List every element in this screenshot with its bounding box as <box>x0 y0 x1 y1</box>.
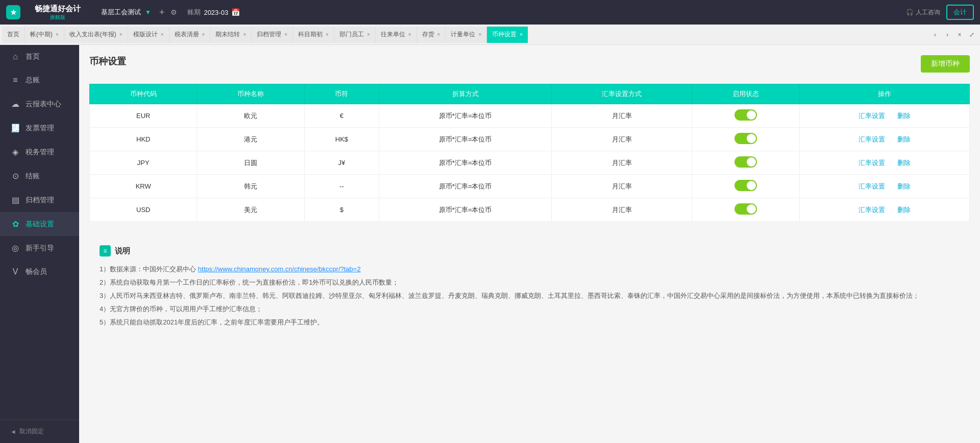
sidebar-item-home[interactable]: ⌂ 首页 <box>0 45 79 68</box>
sidebar-item-label: 畅会员 <box>26 267 47 276</box>
sidebar-item-label: 归档管理 <box>26 196 54 205</box>
sidebar-item-checkout[interactable]: ⊙ 结账 <box>0 164 79 188</box>
tab-close-icon[interactable]: × <box>520 32 523 37</box>
cell-actions: 汇率设置 删除 <box>799 104 969 128</box>
toggle-switch[interactable] <box>734 133 757 144</box>
rate-setting-link[interactable]: 汇率设置 <box>859 159 885 167</box>
tab-label: 税表清册 <box>175 30 199 39</box>
tab-income[interactable]: 收入支出表(年报) × <box>64 27 128 43</box>
settings-gear-icon: ✿ <box>10 219 20 229</box>
cell-code: KRW <box>90 175 197 198</box>
sidebar-item-report[interactable]: ☁ 云报表中心 <box>0 92 79 116</box>
help-label: 人工咨询 <box>916 8 940 17</box>
rate-setting-link[interactable]: 汇率设置 <box>859 135 885 143</box>
tab-zhangqimid[interactable]: 帐(中期) × <box>25 27 64 43</box>
sidebar-item-settings[interactable]: ✿ 基础设置 <box>0 212 79 236</box>
tab-close-icon[interactable]: × <box>284 32 287 37</box>
sidebar-item-label: 基础设置 <box>26 220 54 229</box>
tab-close-icon[interactable]: × <box>243 32 246 37</box>
checkout-icon: ⊙ <box>10 171 20 181</box>
invoice-icon: 🧾 <box>10 123 20 133</box>
delete-link[interactable]: 删除 <box>897 182 911 190</box>
tab-expand-btn[interactable]: ⤢ <box>966 27 978 43</box>
delete-link[interactable]: 删除 <box>897 206 911 214</box>
top-right-area: 🎧 人工咨询 会计 <box>906 5 974 20</box>
tab-label: 归档管理 <box>257 30 281 39</box>
delete-link[interactable]: 删除 <box>897 159 911 167</box>
cell-method: 原币*汇率=本位币 <box>379 175 551 198</box>
toggle-switch[interactable] <box>734 180 757 191</box>
sidebar-pin-toggle[interactable]: ◄ 取消固定 <box>0 419 79 443</box>
cell-rate-type: 月汇率 <box>552 175 692 198</box>
tab-close-icon[interactable]: × <box>367 32 370 37</box>
tab-unit[interactable]: 计量单位 × <box>446 27 487 43</box>
toggle-switch[interactable] <box>734 156 757 168</box>
archive-icon: ▤ <box>10 195 20 205</box>
tab-close-icon[interactable]: × <box>161 32 164 37</box>
tab-period-end[interactable]: 期末结转 × <box>210 27 252 43</box>
cell-symbol: J¥ <box>304 151 379 175</box>
tab-close-icon[interactable]: × <box>119 32 122 37</box>
new-currency-button[interactable]: 新增币种 <box>921 55 970 73</box>
cell-status <box>692 198 799 222</box>
rate-setting-link[interactable]: 汇率设置 <box>859 206 885 214</box>
sidebar-item-guide[interactable]: ◎ 新手引导 <box>0 236 79 260</box>
tax-icon: ◈ <box>10 147 20 157</box>
tab-label: 部门员工 <box>339 30 364 39</box>
rate-setting-link[interactable]: 汇率设置 <box>859 112 885 120</box>
cell-actions: 汇率设置 删除 <box>799 175 969 198</box>
tab-close-icon[interactable]: × <box>408 32 411 37</box>
sidebar-item-invoice[interactable]: 🧾 发票管理 <box>0 116 79 140</box>
sidebar-item-ledger[interactable]: ≡ 总账 <box>0 68 79 92</box>
tab-inventory[interactable]: 存货 × <box>417 27 446 43</box>
sidebar-item-label: 结账 <box>26 172 40 181</box>
delete-link[interactable]: 删除 <box>897 135 911 143</box>
kuaiji-button[interactable]: 会计 <box>946 5 974 20</box>
tab-label: 期末结转 <box>215 30 240 39</box>
workspace-dropdown-icon[interactable]: ▼ <box>145 9 151 16</box>
logo: ★ 畅捷通好会计 旗舰版 <box>6 4 91 21</box>
tab-close-icon[interactable]: × <box>56 32 59 37</box>
tab-archive[interactable]: 归档管理 × <box>252 27 293 43</box>
cell-rate-type: 月汇率 <box>552 198 692 222</box>
delete-link[interactable]: 删除 <box>897 112 911 120</box>
toggle-switch[interactable] <box>734 109 757 121</box>
toggle-knob <box>747 110 756 120</box>
tab-contacts[interactable]: 往来单位 × <box>376 27 417 43</box>
home-icon: ⌂ <box>10 52 20 61</box>
toggle-knob <box>747 181 756 190</box>
tab-bar: 首页 帐(中期) × 收入支出表(年报) × 模版设计 × 税表清册 × 期末结… <box>0 25 980 45</box>
tab-department[interactable]: 部门员工 × <box>334 27 376 43</box>
tab-close-icon[interactable]: × <box>326 32 329 37</box>
tab-subject-init[interactable]: 科目期初 × <box>293 27 334 43</box>
tab-home[interactable]: 首页 <box>2 27 25 43</box>
cell-code: HKD <box>90 128 197 151</box>
cell-method: 原币*汇率=本位币 <box>379 104 551 128</box>
tab-close-all-btn[interactable]: × <box>953 27 966 43</box>
calendar-icon[interactable]: 📅 <box>231 8 240 16</box>
tab-label: 币种设置 <box>492 30 517 39</box>
sidebar-item-archive[interactable]: ▤ 归档管理 <box>0 188 79 212</box>
tab-close-icon[interactable]: × <box>437 32 440 37</box>
tab-tax[interactable]: 税表清册 × <box>169 27 211 43</box>
toggle-switch[interactable] <box>734 203 757 215</box>
tab-currency[interactable]: 币种设置 × <box>487 27 528 43</box>
rate-setting-link[interactable]: 汇率设置 <box>859 182 885 190</box>
tab-prev-btn[interactable]: ‹ <box>929 27 941 43</box>
add-workspace-btn[interactable]: + <box>159 7 165 18</box>
cell-status <box>692 104 799 128</box>
tab-close-icon[interactable]: × <box>202 32 205 37</box>
sidebar-item-label: 新手引导 <box>26 244 54 253</box>
tab-close-icon[interactable]: × <box>478 32 481 37</box>
tab-next-btn[interactable]: › <box>941 27 953 43</box>
tab-template[interactable]: 模版设计 × <box>128 27 169 43</box>
sidebar-item-member[interactable]: V 畅会员 <box>0 260 79 284</box>
sidebar-item-tax[interactable]: ◈ 税务管理 <box>0 140 79 164</box>
headset-icon: 🎧 <box>906 9 914 16</box>
cell-symbol: € <box>304 104 379 128</box>
logo-text: 畅捷通好会计 旗舰版 <box>24 4 91 21</box>
notice-link[interactable]: https://www.chinamoney.com.cn/chinese/bk… <box>198 265 361 273</box>
help-button[interactable]: 🎧 人工咨询 <box>906 8 940 17</box>
settings-icon[interactable]: ⚙ <box>170 8 177 16</box>
cell-code: USD <box>90 198 197 222</box>
